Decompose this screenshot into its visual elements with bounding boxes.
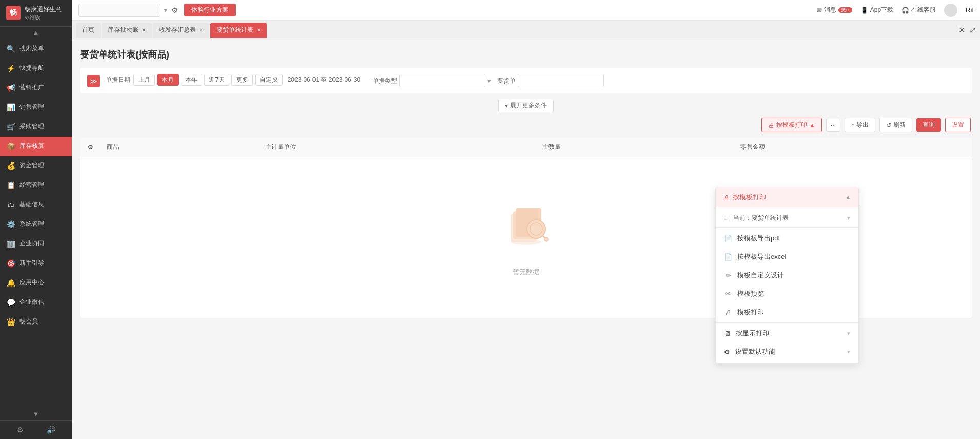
tab-close-order-stats[interactable]: ✕ — [257, 27, 261, 33]
sidebar-item-finance[interactable]: 💰资金管理 — [0, 156, 72, 176]
tab-close-inventory-batch[interactable]: ✕ — [142, 27, 146, 33]
display-print-item[interactable]: 🖥 按显示打印 ▾ — [716, 324, 858, 342]
topbar-app-download[interactable]: 📱 App下载 — [860, 6, 893, 14]
sound-icon[interactable]: 🔊 — [47, 426, 55, 434]
current-template-left: ≡ 当前：要货单统计表 — [724, 214, 789, 222]
action-area: 🖨 按模板打印 ▲ ··· ↑ 导出 ↺ 刷新 查询 设置 — [80, 118, 972, 132]
item-icon-template-print: 🖨 — [724, 308, 732, 316]
logo-text: 畅康通好生意 标准版 — [25, 5, 62, 21]
date-filter-label: 单据日期 — [106, 75, 130, 84]
tab-close-collection-summary[interactable]: ✕ — [199, 27, 203, 33]
sidebar-item-member[interactable]: 👑畅会员 — [0, 312, 72, 332]
goods-filter-input[interactable] — [518, 74, 604, 87]
message-label: 消息 — [824, 6, 836, 14]
refresh-icon: ↺ — [886, 122, 891, 129]
type-filter-chevron[interactable]: ▾ — [487, 77, 491, 85]
date-btn-本年[interactable]: 本年 — [181, 74, 202, 86]
refresh-btn[interactable]: ↺ 刷新 — [879, 118, 912, 132]
sidebar-item-purchase[interactable]: 🛒采购管理 — [0, 117, 72, 137]
expand-more-label: 展开更多条件 — [510, 101, 547, 110]
tab-inventory-batch[interactable]: 库存批次账✕ — [102, 23, 152, 38]
topbar-search-input[interactable] — [78, 4, 160, 17]
dropdown-item-template-print[interactable]: 🖨模板打印 — [716, 303, 858, 321]
print-btn[interactable]: 🖨 按模板打印 ▲ — [761, 118, 822, 132]
date-btn-上月[interactable]: 上月 — [133, 74, 155, 86]
trial-btn[interactable]: 体验行业方案 — [184, 4, 236, 16]
date-filter-group: 单据日期 上月本月本年近7天更多自定义 2023-06-01 至 2023-06… — [106, 74, 360, 86]
type-filter-input[interactable] — [399, 74, 485, 87]
settings-icon[interactable]: ⚙ — [17, 426, 24, 434]
date-btn-自定义[interactable]: 自定义 — [255, 74, 283, 86]
dropdown-item-template-design[interactable]: ✏模板自定义设计 — [716, 266, 858, 284]
export-label: 导出 — [856, 121, 869, 129]
topbar-online-support[interactable]: 🎧 在线客服 — [901, 6, 936, 14]
display-print-left: 🖥 按显示打印 — [724, 329, 769, 338]
filter-expand-icon[interactable]: ≫ — [87, 75, 100, 87]
sidebar-item-marketing[interactable]: 📢营销推广 — [0, 78, 72, 98]
sidebar-item-search[interactable]: 🔍搜索菜单 — [0, 39, 72, 59]
topbar-message[interactable]: ✉ 消息 99+ — [817, 6, 852, 14]
query-btn[interactable]: 查询 — [916, 118, 941, 132]
empty-text: 暂无数据 — [513, 268, 539, 277]
nav-label-purchase: 采购管理 — [19, 122, 44, 131]
sidebar-item-system[interactable]: ⚙️系统管理 — [0, 215, 72, 234]
tab-label-home: 首页 — [82, 26, 94, 34]
sidebar-item-wechat[interactable]: 💬企业微信 — [0, 293, 72, 312]
sidebar-item-inventory[interactable]: 📦库存核算 — [0, 137, 72, 156]
tab-close-btn[interactable]: ✕ — [958, 25, 965, 35]
more-btn[interactable]: ··· — [826, 119, 840, 132]
default-func-chevron: ▾ — [847, 349, 850, 355]
expand-more-btn[interactable]: ▾ 展开更多条件 — [498, 99, 554, 112]
topbar-chevron-icon[interactable]: ▾ — [164, 7, 167, 14]
settings-btn[interactable]: 设置 — [945, 118, 971, 132]
default-func-item[interactable]: ⚙ 设置默认功能 ▾ — [716, 342, 858, 361]
avatar[interactable] — [944, 4, 957, 17]
topbar-gear-icon[interactable]: ⚙ — [171, 6, 178, 14]
nav-icon-purchase: 🛒 — [6, 122, 15, 131]
sidebar-logo: 畅 畅康通好生意 标准版 — [0, 0, 72, 27]
sidebar-item-quick-nav[interactable]: ⚡快捷导航 — [0, 59, 72, 78]
date-btn-近7天[interactable]: 近7天 — [204, 74, 229, 86]
date-btn-本月[interactable]: 本月 — [157, 74, 179, 86]
print-dropdown-body: ≡ 当前：要货单统计表 ▾ 📄按模板导出pdf📄按模板导出excel✏模板自定义… — [716, 207, 858, 363]
tab-order-stats[interactable]: 要货单统计表✕ — [210, 23, 267, 38]
default-func-left: ⚙ 设置默认功能 — [724, 347, 775, 356]
sidebar-item-operation[interactable]: 📋经营管理 — [0, 176, 72, 195]
sidebar-item-app[interactable]: 🔔应用中心 — [0, 273, 72, 293]
tab-home[interactable]: 首页 — [76, 23, 101, 38]
print-icon: 🖨 — [768, 122, 774, 129]
nav-label-finance: 资金管理 — [19, 161, 44, 170]
display-print-label: 按显示打印 — [736, 329, 769, 338]
dropdown-item-template-export-excel[interactable]: 📄按模板导出excel — [716, 247, 858, 266]
sidebar-item-enterprise[interactable]: 🏢企业协同 — [0, 234, 72, 254]
current-template-chevron: ▾ — [847, 215, 850, 221]
tab-expand-btn[interactable]: ⤢ — [969, 25, 976, 35]
sidebar-item-basic[interactable]: 🗂基础信息 — [0, 195, 72, 215]
page-content: 要货单统计表(按商品) ≫ 单据日期 上月本月本年近7天更多自定义 2023-0… — [72, 40, 980, 439]
current-template-item[interactable]: ≡ 当前：要货单统计表 ▾ — [716, 209, 858, 226]
print-dropdown-up-icon[interactable]: ▲ — [845, 194, 851, 201]
dropdown-item-template-preview[interactable]: 👁模板预览 — [716, 284, 858, 303]
sidebar-item-sales[interactable]: 📊销售管理 — [0, 98, 72, 117]
export-btn[interactable]: ↑ 导出 — [845, 118, 875, 132]
th-settings[interactable]: ⚙ — [80, 138, 101, 157]
nav-label-guide: 新手引导 — [19, 259, 44, 268]
type-filter-group: 单据类型 ▾ — [373, 74, 491, 87]
sidebar-item-guide[interactable]: 🎯新手引导 — [0, 254, 72, 273]
th-unit: 主计量单位 — [259, 138, 536, 157]
date-btn-更多[interactable]: 更多 — [231, 74, 253, 86]
sidebar-scroll-up[interactable]: ▲ — [0, 27, 72, 39]
tab-collection-summary[interactable]: 收发存汇总表✕ — [153, 23, 209, 38]
nav-icon-sales: 📊 — [6, 103, 15, 112]
message-icon: ✉ — [817, 7, 822, 14]
main-content: ▾ ⚙ 体验行业方案 ✉ 消息 99+ 📱 App下载 🎧 在线客服 Rit 首… — [72, 0, 980, 439]
nav-icon-operation: 📋 — [6, 181, 15, 190]
sidebar-scroll-down[interactable]: ▼ — [0, 408, 72, 420]
refresh-label: 刷新 — [893, 121, 906, 129]
export-icon: ↑ — [851, 122, 854, 129]
print-dropdown-header-icon: 🖨 — [723, 194, 730, 201]
print-label: 按模板打印 — [776, 121, 807, 129]
dropdown-item-template-export-pdf[interactable]: 📄按模板导出pdf — [716, 229, 858, 247]
nav-label-basic: 基础信息 — [19, 200, 44, 209]
support-icon: 🎧 — [901, 7, 909, 14]
